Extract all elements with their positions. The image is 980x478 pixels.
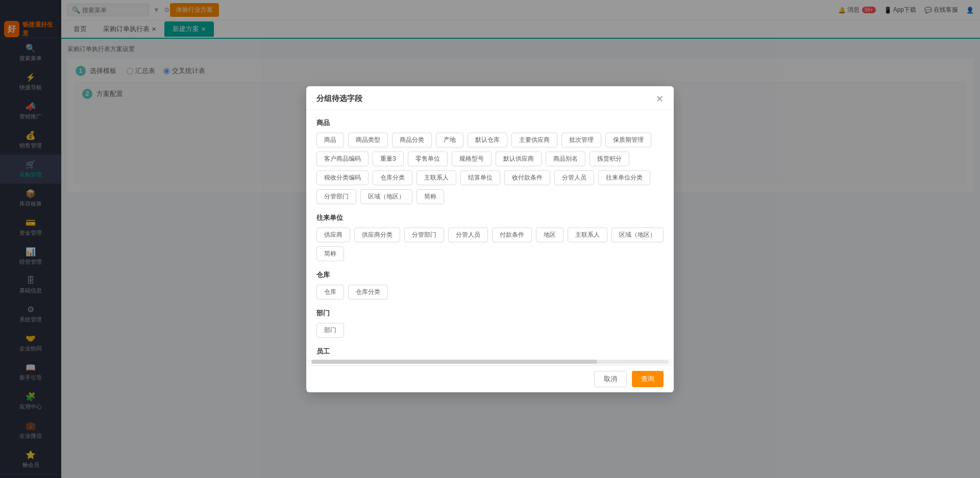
section-title-dept: 部门 <box>316 309 664 318</box>
tag-goods-16[interactable]: 税收分类编码 <box>316 170 369 185</box>
section-title-warehouse: 仓库 <box>316 270 664 280</box>
hscroll-thumb <box>311 360 597 364</box>
confirm-button[interactable]: 查询 <box>632 371 664 387</box>
tag-goods-12[interactable]: 规格型号 <box>452 152 492 166</box>
modal-close-icon[interactable]: ✕ <box>656 93 664 105</box>
tag-partner-2[interactable]: 供应商分类 <box>354 228 400 242</box>
tag-goods-11[interactable]: 零售单位 <box>408 152 448 166</box>
tag-goods-21[interactable]: 分管人员 <box>554 170 594 185</box>
tag-goods-9[interactable]: 客户商品编码 <box>316 152 369 166</box>
modal-title: 分组待选字段 <box>316 94 362 104</box>
section-goods: 商品 商品 商品类型 商品分类 产地 默认仓库 主要供应商 批次管理 保质期管理… <box>316 118 664 204</box>
tag-partner-6[interactable]: 地区 <box>536 228 564 242</box>
tag-goods-4[interactable]: 产地 <box>436 133 463 147</box>
modal-body: 商品 商品 商品类型 商品分类 产地 默认仓库 主要供应商 批次管理 保质期管理… <box>306 110 674 360</box>
modal-footer: 取消 查询 <box>306 365 674 392</box>
section-partner: 往来单位 供应商 供应商分类 分管部门 分管人员 付款条件 地区 主联系人 区域… <box>316 213 664 261</box>
modal-header: 分组待选字段 ✕ <box>306 86 674 110</box>
tag-goods-22[interactable]: 往来单位分类 <box>598 170 650 185</box>
tag-goods-2[interactable]: 商品类型 <box>348 133 388 147</box>
tag-goods-13[interactable]: 默认供应商 <box>496 152 542 166</box>
tag-goods-18[interactable]: 主联系人 <box>416 170 456 185</box>
field-tags-dept: 部门 <box>316 323 664 338</box>
tag-warehouse-1[interactable]: 仓库 <box>316 285 344 299</box>
field-tags-warehouse: 仓库 仓库分类 <box>316 285 664 299</box>
tag-goods-25[interactable]: 简称 <box>416 189 444 204</box>
tag-goods-20[interactable]: 收付款条件 <box>504 170 550 185</box>
tag-goods-10[interactable]: 重量3 <box>373 152 404 166</box>
hscroll-track <box>311 360 669 364</box>
tag-goods-5[interactable]: 默认仓库 <box>468 133 507 147</box>
modal-hscroll[interactable] <box>306 360 674 365</box>
tag-goods-7[interactable]: 批次管理 <box>561 133 601 147</box>
tag-partner-3[interactable]: 分管部门 <box>404 228 444 242</box>
tag-goods-1[interactable]: 商品 <box>316 133 344 147</box>
section-title-goods: 商品 <box>316 118 664 128</box>
modal-overlay: 分组待选字段 ✕ 商品 商品 商品类型 商品分类 产地 默认仓库 主要供应商 批… <box>0 0 980 478</box>
tag-goods-17[interactable]: 仓库分类 <box>373 170 412 185</box>
tag-dept-1[interactable]: 部门 <box>316 323 344 338</box>
tag-goods-23[interactable]: 分管部门 <box>316 189 356 204</box>
tag-partner-1[interactable]: 供应商 <box>316 228 350 242</box>
tag-partner-4[interactable]: 分管人员 <box>448 228 488 242</box>
tag-goods-19[interactable]: 结算单位 <box>460 170 500 185</box>
section-dept: 部门 部门 <box>316 309 664 338</box>
section-warehouse: 仓库 仓库 仓库分类 <box>316 270 664 299</box>
tag-partner-8[interactable]: 区域（地区） <box>611 228 664 242</box>
tag-goods-24[interactable]: 区域（地区） <box>360 189 412 204</box>
field-tags-goods: 商品 商品类型 商品分类 产地 默认仓库 主要供应商 批次管理 保质期管理 客户… <box>316 133 664 204</box>
cancel-button[interactable]: 取消 <box>594 371 627 387</box>
tag-goods-8[interactable]: 保质期管理 <box>605 133 651 147</box>
tag-warehouse-2[interactable]: 仓库分类 <box>348 285 388 299</box>
field-select-modal: 分组待选字段 ✕ 商品 商品 商品类型 商品分类 产地 默认仓库 主要供应商 批… <box>306 86 674 392</box>
tag-partner-5[interactable]: 付款条件 <box>492 228 532 242</box>
tag-partner-7[interactable]: 主联系人 <box>568 228 607 242</box>
section-title-staff: 员工 <box>316 347 664 356</box>
field-tags-partner: 供应商 供应商分类 分管部门 分管人员 付款条件 地区 主联系人 区域（地区） … <box>316 228 664 261</box>
section-staff: 员工 业务员 <box>316 347 664 360</box>
section-title-partner: 往来单位 <box>316 213 664 222</box>
tag-goods-15[interactable]: 拣货积分 <box>590 152 629 166</box>
tag-goods-3[interactable]: 商品分类 <box>392 133 432 147</box>
tag-goods-14[interactable]: 商品别名 <box>546 152 585 166</box>
tag-partner-9[interactable]: 简称 <box>316 246 344 261</box>
tag-goods-6[interactable]: 主要供应商 <box>511 133 557 147</box>
